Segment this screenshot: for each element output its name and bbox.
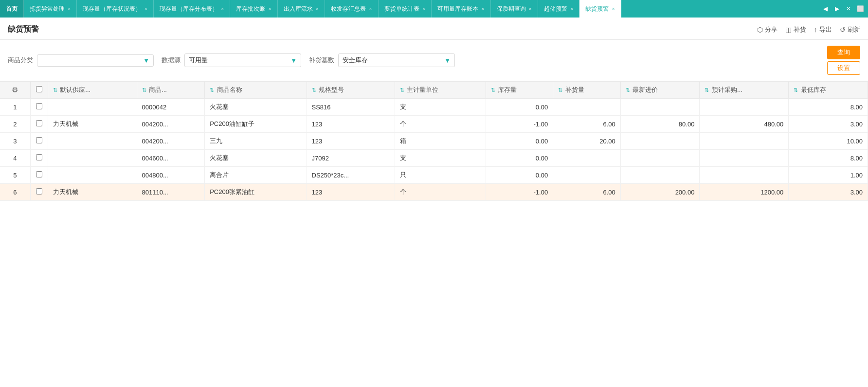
tab-expand-button[interactable]: ⬜	[854, 3, 866, 15]
row-supplier	[48, 133, 137, 150]
row-unit: 支	[395, 150, 486, 167]
row-check-cell[interactable]	[30, 99, 48, 116]
table-row: 1 0000042 火花塞 SS816 支 0.00 8.00	[0, 99, 868, 116]
row-check-cell[interactable]	[30, 133, 48, 150]
share-button[interactable]: ⬡ 分享	[757, 25, 778, 34]
tab-11[interactable]: 缺货预警 ×	[579, 0, 621, 18]
base-select[interactable]: 安全库存 ▼	[338, 53, 455, 67]
close-icon[interactable]: ×	[570, 6, 573, 12]
datasource-filter-group: 数据源 可用量 ▼	[162, 53, 301, 67]
tab-9[interactable]: 保质期查询 ×	[491, 0, 538, 18]
close-icon[interactable]: ×	[144, 6, 147, 12]
col-supplier-header[interactable]: ⇅ 默认供应...	[48, 82, 137, 99]
row-index: 5	[0, 167, 30, 184]
tab-2-label: 现存量（库存状况表）	[83, 5, 141, 13]
sort-icon: ⇅	[400, 87, 404, 93]
table-row: 3 004200... 三九 123 箱 0.00 20.00 10.00	[0, 133, 868, 150]
row-est-purchase	[700, 133, 789, 150]
close-icon[interactable]: ×	[268, 6, 271, 12]
close-icon[interactable]: ×	[68, 6, 71, 12]
sort-icon: ⇅	[142, 87, 146, 93]
page-title: 缺货预警	[8, 24, 39, 35]
export-button[interactable]: ↑ 导出	[814, 25, 832, 34]
row-supplier: 力天机械	[48, 116, 137, 133]
tab-home[interactable]: 首页	[0, 0, 24, 18]
close-icon[interactable]: ×	[221, 6, 224, 12]
row-product-name: 火花塞	[205, 150, 307, 167]
tab-9-label: 保质期查询	[497, 5, 526, 13]
tab-10[interactable]: 超储预警 ×	[538, 0, 579, 18]
row-spec: J7092	[307, 150, 395, 167]
tab-1-label: 拣货异常处理	[30, 5, 65, 13]
category-select[interactable]: ▼	[37, 54, 154, 67]
settings-button[interactable]: 设置	[827, 61, 860, 75]
tab-8[interactable]: 可用量库存账本 ×	[432, 0, 490, 18]
close-icon[interactable]: ×	[529, 6, 532, 12]
share-icon: ⬡	[757, 26, 763, 34]
row-latest-price	[620, 99, 700, 116]
col-product-code-header[interactable]: ⇅ 商品...	[137, 82, 205, 99]
row-checkbox[interactable]	[36, 120, 42, 126]
close-icon[interactable]: ×	[422, 6, 425, 12]
replenish-button[interactable]: ◫ 补货	[785, 25, 806, 34]
row-checkbox[interactable]	[36, 103, 42, 109]
close-icon[interactable]: ×	[316, 6, 319, 12]
row-checkbox[interactable]	[36, 154, 42, 160]
tab-3[interactable]: 现存量（库存分布表） ×	[154, 0, 230, 18]
row-checkbox[interactable]	[36, 137, 42, 143]
close-icon[interactable]: ×	[612, 6, 615, 12]
tab-10-label: 超储预警	[544, 5, 567, 13]
col-est-purchase-label: 预计采购...	[712, 86, 742, 93]
query-button[interactable]: 查询	[827, 46, 860, 59]
row-checkbox[interactable]	[36, 188, 42, 194]
row-unit: 只	[395, 167, 486, 184]
tab-4[interactable]: 库存批次账 ×	[230, 0, 277, 18]
select-all-checkbox[interactable]	[36, 86, 42, 92]
filter-actions: 查询 设置	[827, 46, 860, 75]
col-min-stock-label: 最低库存	[801, 86, 826, 93]
datasource-select-arrow: ▼	[290, 57, 297, 64]
export-label: 导出	[819, 25, 832, 34]
col-product-name-header[interactable]: ⇅ 商品名称	[205, 82, 307, 99]
row-supplier	[48, 150, 137, 167]
col-check-header[interactable]	[30, 82, 48, 99]
row-check-cell[interactable]	[30, 184, 48, 201]
row-checkbox[interactable]	[36, 171, 42, 177]
table-body: 1 0000042 火花塞 SS816 支 0.00 8.00 2 力天机械 0…	[0, 99, 868, 201]
col-replenish-header[interactable]: ⇅ 补货量	[553, 82, 621, 99]
col-latest-price-header[interactable]: ⇅ 最新进价	[620, 82, 700, 99]
row-product-name: PC200油缸缸子	[205, 116, 307, 133]
col-est-purchase-header[interactable]: ⇅ 预计采购...	[700, 82, 789, 99]
row-min-stock: 8.00	[789, 99, 868, 116]
row-check-cell[interactable]	[30, 167, 48, 184]
tab-8-label: 可用量库存账本	[437, 5, 478, 13]
tab-1[interactable]: 拣货异常处理 ×	[24, 0, 77, 18]
datasource-select[interactable]: 可用量 ▼	[184, 53, 301, 67]
close-icon[interactable]: ×	[481, 6, 484, 12]
row-replenish-qty: 6.00	[553, 116, 621, 133]
col-settings-header[interactable]: ⚙	[0, 82, 30, 99]
tab-2[interactable]: 现存量（库存状况表） ×	[77, 0, 153, 18]
tab-5[interactable]: 出入库流水 ×	[278, 0, 325, 18]
tab-6[interactable]: 收发存汇总表 ×	[325, 0, 378, 18]
row-stock: -1.00	[486, 184, 553, 201]
refresh-button[interactable]: ↺ 刷新	[840, 25, 860, 34]
row-check-cell[interactable]	[30, 116, 48, 133]
row-replenish-qty: 20.00	[553, 133, 621, 150]
col-supplier-label: 默认供应...	[60, 86, 90, 93]
sort-icon: ⇅	[53, 87, 57, 93]
close-icon[interactable]: ×	[369, 6, 372, 12]
row-spec: 123	[307, 116, 395, 133]
row-product-name: 三九	[205, 133, 307, 150]
tab-7[interactable]: 要货单统计表 ×	[379, 0, 432, 18]
row-check-cell[interactable]	[30, 150, 48, 167]
row-est-purchase	[700, 150, 789, 167]
tab-next-button[interactable]: ▶	[831, 3, 843, 15]
col-min-stock-header[interactable]: ⇅ 最低库存	[789, 82, 868, 99]
row-product-code: 004600...	[137, 150, 205, 167]
tab-prev-button[interactable]: ◀	[819, 3, 831, 15]
tab-close-all-button[interactable]: ✕	[843, 3, 854, 15]
col-spec-header[interactable]: ⇅ 规格型号	[307, 82, 395, 99]
col-stock-header[interactable]: ⇅ 库存量	[486, 82, 553, 99]
col-unit-header[interactable]: ⇅ 主计量单位	[395, 82, 486, 99]
